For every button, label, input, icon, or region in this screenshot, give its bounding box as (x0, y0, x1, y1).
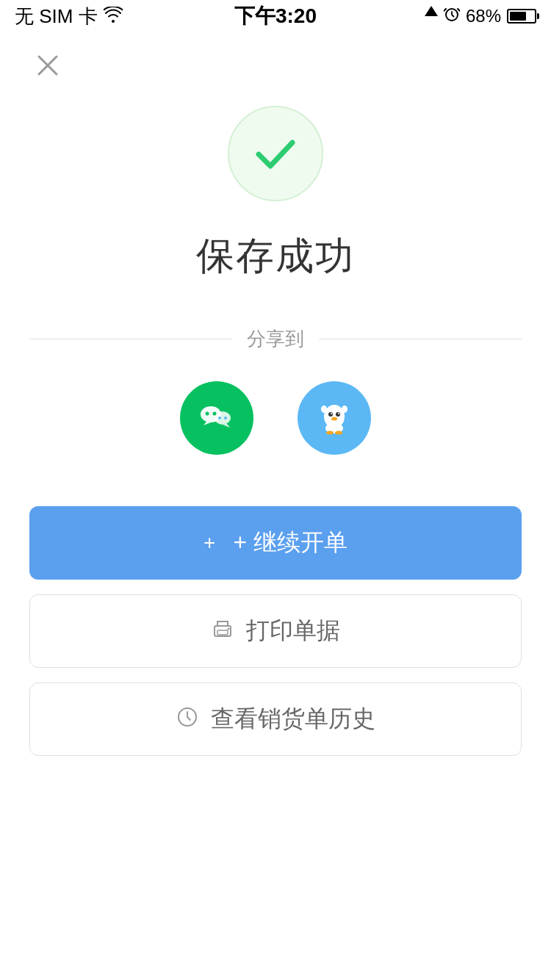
alarm-icon (444, 6, 460, 26)
location-icon (425, 6, 438, 26)
qq-share-button[interactable] (298, 381, 371, 455)
svg-rect-21 (217, 630, 228, 635)
history-button[interactable]: 查看销货单历史 (29, 682, 522, 756)
svg-point-16 (326, 431, 334, 435)
share-label: 分享到 (247, 326, 304, 352)
status-carrier: 无 SIM 卡 (15, 4, 123, 29)
status-right: 68% (425, 6, 536, 26)
divider-line-left (29, 339, 232, 339)
battery-indicator (507, 9, 536, 24)
action-buttons: + + 继续开单 打印单据 查看销货单历 (29, 506, 522, 756)
continue-label: + 继续开单 (233, 527, 347, 559)
success-icon (228, 106, 323, 201)
history-label: 查看销货单历史 (211, 703, 375, 735)
wechat-share-button[interactable] (180, 381, 253, 455)
printer-icon (211, 617, 234, 646)
success-title: 保存成功 (196, 231, 355, 282)
svg-point-12 (331, 413, 332, 414)
carrier-text: 无 SIM 卡 (15, 4, 98, 29)
svg-point-11 (336, 412, 340, 417)
clock-icon (176, 705, 199, 734)
main-content: 保存成功 分享到 (0, 32, 551, 980)
svg-point-13 (338, 413, 339, 414)
print-button[interactable]: 打印单据 (29, 594, 522, 668)
svg-point-5 (206, 412, 209, 416)
wifi-icon (104, 5, 123, 28)
print-label: 打印单据 (246, 615, 340, 647)
svg-point-7 (218, 417, 221, 419)
divider-line-right (319, 339, 522, 339)
svg-point-6 (213, 412, 217, 416)
share-icons (180, 381, 371, 455)
battery-text: 68% (466, 6, 501, 26)
svg-point-18 (321, 406, 327, 413)
svg-point-8 (224, 417, 227, 419)
svg-point-4 (215, 411, 231, 425)
svg-point-14 (331, 417, 337, 421)
share-divider: 分享到 (29, 326, 522, 352)
svg-point-17 (335, 431, 342, 435)
close-button[interactable] (29, 47, 66, 84)
svg-point-10 (328, 412, 333, 417)
plus-icon: + (204, 531, 215, 555)
status-time: 下午3:20 (234, 2, 317, 30)
svg-point-22 (228, 627, 230, 630)
status-bar: 无 SIM 卡 下午3:20 68% (0, 0, 551, 32)
svg-point-19 (342, 406, 347, 413)
continue-button[interactable]: + + 继续开单 (29, 506, 522, 580)
